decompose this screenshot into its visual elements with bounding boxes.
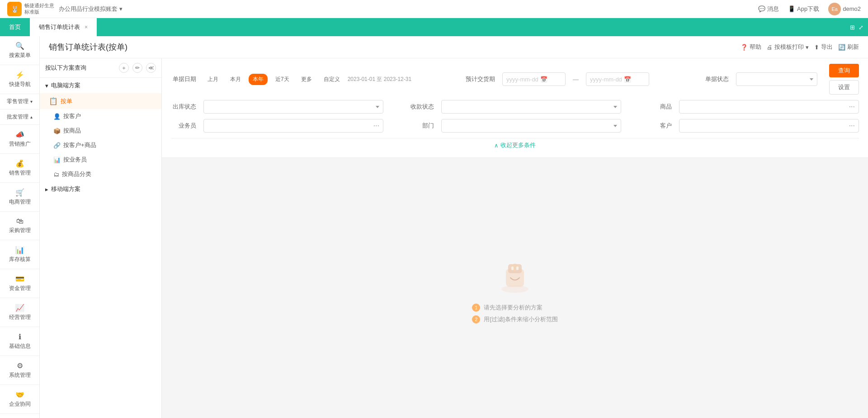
user-menu[interactable]: Ea demo2 [828, 3, 861, 15]
product-select[interactable]: ··· [679, 100, 859, 114]
date-btn-this-month[interactable]: 本月 [226, 74, 245, 85]
topbar-left: 🐰 畅捷通好生意 标准版 办公用品行业模拟账套 ▾ [7, 2, 123, 16]
app-download-button[interactable]: 📱 App下载 [788, 5, 819, 13]
collapse-icon: ∧ [494, 142, 499, 149]
sidebar-item-ecommerce[interactable]: 🛒 电商管理 [0, 183, 39, 212]
status-label: 单据状态 [703, 75, 729, 83]
work-area: 按以下方案查询 ＋ ✏ ≪ ▾ 电脑端方案 📋 按单 👤 [40, 58, 868, 418]
business-icon: 📈 [15, 304, 24, 312]
combo-icon: 🔗 [53, 142, 61, 149]
tab-home[interactable]: 首页 [0, 18, 30, 36]
breadcrumb-select[interactable]: 办公用品行业模拟账套 ▾ [59, 5, 123, 13]
date-label: 单据日期 [171, 75, 196, 83]
gear-icon: ⚙ [17, 361, 23, 370]
main-layout: 🔍 搜索菜单 ⚡ 快捷导航 零售管理 ▾ 批发管理 ▴ 📣 营销推广 💰 销售管… [0, 36, 868, 418]
category-icon: 🗂 [53, 171, 59, 178]
filter-actions: 查询 设置 [829, 64, 859, 95]
tab-close-icon[interactable]: × [85, 24, 88, 30]
tree-mobile-category[interactable]: ▸ 移动端方案 [40, 181, 161, 197]
query-button[interactable]: 查询 [829, 64, 859, 77]
salesperson-label: 业务员 [171, 122, 196, 130]
page-header: 销售订单统计表(按单) ❓ 帮助 🖨 按模板打印 ▾ ⬆ 导出 🔄 刷新 [40, 36, 868, 58]
chevron-up-icon: ▴ [30, 114, 33, 119]
tree-item-by-product-category[interactable]: 🗂 按商品分类 [40, 167, 161, 181]
sidebar-item-system[interactable]: ⚙ 系统管理 [0, 356, 39, 385]
tree-item-by-order[interactable]: 📋 按单 [40, 93, 161, 109]
sidebar-item-business[interactable]: 📈 经营管理 [0, 298, 39, 327]
tree-item-by-salesperson[interactable]: 📊 按业务员 [40, 152, 161, 167]
add-scheme-button[interactable]: ＋ [119, 63, 129, 73]
customer-icon: 👤 [53, 113, 61, 120]
sidebar-item-purchase[interactable]: 🛍 采购管理 [0, 212, 39, 240]
expected-date-start[interactable]: yyyy-mm-dd 📅 [502, 72, 566, 86]
collab-icon: 🤝 [15, 390, 24, 399]
filter-row-1: 单据日期 上月 本月 本年 近7天 更多 自定义 2023-01-01 至 20… [171, 64, 859, 95]
export-icon: ⬆ [814, 44, 819, 51]
sidebar-item-inventory[interactable]: 📊 库存核算 [0, 240, 39, 269]
tab-sales-order-stats[interactable]: 销售订单统计表 × [30, 18, 97, 36]
sidebar-item-newguide[interactable]: 🎯 新手引导 [0, 414, 39, 418]
topbar-right: 💬 消息 📱 App下载 Ea demo2 [758, 3, 861, 15]
sidebar-item-sales[interactable]: 💰 销售管理 [0, 154, 39, 183]
topbar: 🐰 畅捷通好生意 标准版 办公用品行业模拟账套 ▾ 💬 消息 📱 App下载 E… [0, 0, 868, 18]
help-icon: ❓ [741, 44, 748, 51]
tree-item-by-customer-product[interactable]: 🔗 按客户+商品 [40, 138, 161, 152]
date-btn-this-year[interactable]: 本年 [249, 74, 268, 85]
date-btn-custom[interactable]: 自定义 [320, 74, 344, 85]
salesperson-select[interactable]: ··· [203, 119, 383, 133]
collapse-panel-button[interactable]: ≪ [146, 63, 156, 73]
ellipsis-icon-2: ··· [373, 122, 379, 130]
sidebar-item-search[interactable]: 🔍 搜索菜单 [0, 36, 39, 65]
inventory-icon: 📊 [15, 246, 24, 254]
filter-row-3: 业务员 ··· 部门 客户 [171, 119, 859, 133]
refresh-button[interactable]: 🔄 刷新 [838, 43, 859, 51]
out-status-select[interactable] [203, 100, 383, 114]
marketing-icon: 📣 [15, 130, 24, 139]
template-print-button[interactable]: 🖨 按模板打印 ▾ [767, 43, 809, 51]
date-btn-7days[interactable]: 近7天 [271, 74, 293, 85]
tree-expand-right-icon: ▸ [45, 186, 48, 193]
date-btn-last-month[interactable]: 上月 [203, 74, 222, 85]
sidebar-item-wholesale[interactable]: 批发管理 ▴ [0, 109, 39, 125]
product-label: 商品 [646, 103, 672, 111]
date-btn-more[interactable]: 更多 [297, 74, 316, 85]
page-actions: ❓ 帮助 🖨 按模板打印 ▾ ⬆ 导出 🔄 刷新 [741, 43, 859, 51]
payment-status-select[interactable] [441, 100, 621, 114]
left-panel: 按以下方案查询 ＋ ✏ ≪ ▾ 电脑端方案 📋 按单 👤 [40, 58, 162, 418]
edit-scheme-button[interactable]: ✏ [132, 63, 142, 73]
department-select[interactable] [441, 119, 621, 133]
logo-text: 畅捷通好生意 标准版 [24, 3, 54, 14]
sidebar-item-basic-info[interactable]: ℹ 基础信息 [0, 327, 39, 356]
sidebar-item-quicknav[interactable]: ⚡ 快捷导航 [0, 65, 39, 94]
content-area: 销售订单统计表(按单) ❓ 帮助 🖨 按模板打印 ▾ ⬆ 导出 🔄 刷新 [40, 36, 868, 418]
status-select[interactable] [736, 72, 817, 86]
tree-expand-icon: ▾ [45, 82, 48, 89]
tab-expand-icon[interactable]: ⊞ ⤢ [845, 24, 868, 31]
expected-date-end[interactable]: yyyy-mm-dd 📅 [586, 72, 649, 86]
message-button[interactable]: 💬 消息 [758, 5, 779, 13]
sidebar-item-retail[interactable]: 零售管理 ▾ [0, 94, 39, 109]
chevron-down-icon: ▾ [806, 44, 809, 51]
sidebar-item-finance[interactable]: 💳 资金管理 [0, 269, 39, 298]
print-icon: 🖨 [767, 44, 773, 51]
empty-hints: 1 请先选择要分析的方案 2 用[过滤]条件来缩小分析范围 [472, 304, 557, 323]
export-button[interactable]: ⬆ 导出 [814, 43, 833, 51]
tree-item-by-customer[interactable]: 👤 按客户 [40, 109, 161, 124]
download-icon: 📱 [788, 5, 795, 12]
collapse-button[interactable]: ∧ 收起更多条件 [171, 138, 859, 152]
date-buttons: 上月 本月 本年 近7天 更多 自定义 2023-01-01 至 2023-12… [203, 74, 411, 85]
tree-desktop-category[interactable]: ▾ 电脑端方案 [40, 78, 161, 93]
left-panel-header: 按以下方案查询 ＋ ✏ ≪ [40, 58, 161, 78]
help-button[interactable]: ❓ 帮助 [741, 43, 761, 51]
sidebar-item-collaboration[interactable]: 🤝 企业协同 [0, 385, 39, 414]
svg-rect-4 [511, 266, 514, 270]
right-panel: 单据日期 上月 本月 本年 近7天 更多 自定义 2023-01-01 至 20… [162, 58, 868, 418]
tree-item-by-product[interactable]: 📦 按商品 [40, 124, 161, 138]
ellipsis-icon-3: ··· [849, 122, 855, 130]
calendar-icon-2: 📅 [624, 76, 631, 83]
sidebar-item-marketing[interactable]: 📣 营销推广 [0, 125, 39, 154]
ecommerce-icon: 🛒 [15, 188, 24, 197]
settings-button[interactable]: 设置 [829, 80, 859, 95]
search-icon: 🔍 [15, 42, 24, 50]
customer-select[interactable]: ··· [679, 119, 859, 133]
